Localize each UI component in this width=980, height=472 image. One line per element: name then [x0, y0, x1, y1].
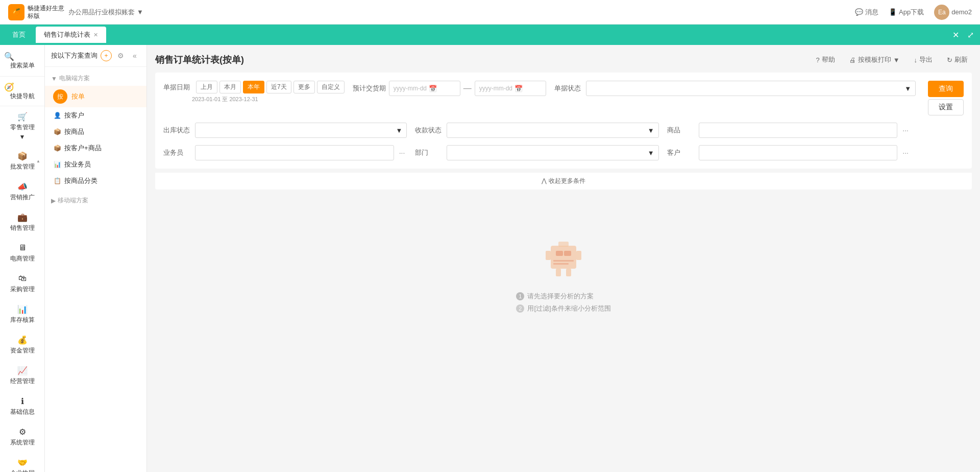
tab-home[interactable]: 首页	[4, 27, 34, 43]
tree-item-by-customer[interactable]: 👤 按客户	[45, 107, 146, 124]
collapse-bar[interactable]: ⋀ 收起更多条件	[155, 173, 972, 190]
collapse-panel-btn[interactable]: «	[129, 50, 140, 61]
goods-icon: 📦	[53, 128, 61, 136]
tree-group-mobile-label: 移动端方案	[58, 196, 88, 205]
print-btn[interactable]: 🖨 按模板打印 ▼	[845, 53, 904, 66]
goods-dots[interactable]: ···	[900, 126, 911, 134]
sidebar-item-inventory[interactable]: 📊 库存核算	[0, 299, 44, 329]
receipt-status-dropdown-icon: ▼	[648, 127, 654, 134]
ecommerce-icon: 🖥	[17, 243, 28, 253]
user-area[interactable]: Ea demo2	[934, 5, 972, 20]
left-panel-title: 按以下方案查询	[51, 51, 97, 60]
date-btn-this-month[interactable]: 本月	[219, 81, 241, 93]
sidebar-item-finance[interactable]: 💰 资金管理	[0, 329, 44, 360]
app-title-area[interactable]: 办公用品行业模拟账套 ▼	[68, 8, 143, 17]
purchase-icon: 🛍	[17, 273, 28, 284]
sidebar-item-sales[interactable]: 💼 销售管理	[0, 207, 44, 238]
sidebar: 🔍 搜索菜单 🧭 快捷导航 🛒 零售管理 📦 批发管理 📣 营销推广 💼 销售管…	[0, 45, 45, 472]
tree-group-pc: ▼ 电脑端方案	[45, 71, 146, 86]
goods-input[interactable]	[699, 123, 898, 138]
tab-close-window-icon[interactable]: ✕	[950, 28, 961, 42]
inventory-icon: 📊	[17, 304, 28, 314]
sidebar-item-ecommerce[interactable]: 🖥 电商管理	[0, 238, 44, 268]
date-btn-7days[interactable]: 近7天	[266, 81, 291, 93]
app-download-btn[interactable]: 📱 App下载	[889, 8, 924, 17]
tree-item-by-salesman[interactable]: 📊 按业务员	[45, 156, 146, 173]
header-left: 🍊 畅捷通好生意 标版 办公用品行业模拟账套 ▼	[8, 4, 143, 20]
sidebar-item-purchase[interactable]: 🛍 采购管理	[0, 268, 44, 299]
tree-item-by-category-label: 按商品分类	[64, 176, 97, 185]
dept-dropdown-icon: ▼	[648, 149, 654, 157]
goods-label: 商品	[667, 126, 696, 135]
salesman-input[interactable]	[195, 145, 394, 160]
receipt-status-select[interactable]: ▼	[447, 123, 658, 138]
date-btn-this-year[interactable]: 本年	[243, 81, 264, 93]
logo-icon: 🍊	[8, 4, 24, 20]
svg-rect-6	[576, 251, 581, 260]
customer-goods-icon: 📦	[53, 144, 61, 152]
marketing-icon: 📣	[17, 181, 28, 192]
query-buttons: 查询 设置	[928, 81, 964, 115]
dept-select[interactable]: ▼	[447, 145, 658, 160]
date-label: 单据日期	[163, 83, 192, 92]
collapse-icon: «	[133, 52, 137, 60]
message-btn[interactable]: 💬 消息	[855, 8, 878, 17]
sidebar-item-wholesale[interactable]: 📦 批发管理	[0, 146, 44, 176]
query-btn[interactable]: 查询	[928, 81, 964, 97]
date-buttons-group: 上月 本月 本年 近7天 更多 自定义	[196, 81, 345, 93]
sidebar-item-retail[interactable]: 🛒 零售管理	[0, 106, 44, 146]
svg-rect-2	[564, 251, 571, 256]
receipt-status-label: 收款状态	[415, 126, 444, 135]
avatar: Ea	[934, 5, 949, 20]
page-actions: ? 帮助 🖨 按模板打印 ▼ ↓ 导出 ↻ 刷新	[812, 53, 972, 66]
add-scheme-btn[interactable]: +	[101, 50, 112, 61]
refresh-icon: ↻	[947, 56, 952, 64]
calendar-from-icon: 📅	[429, 85, 437, 92]
sales-icon: 💼	[17, 212, 28, 222]
settings-scheme-btn[interactable]: ⚙	[115, 50, 126, 61]
date-btn-custom[interactable]: 自定义	[317, 81, 345, 93]
customer-input[interactable]	[699, 145, 898, 160]
tab-expand-icon[interactable]: ⤢	[965, 28, 976, 42]
tab-sales-order[interactable]: 销售订单统计表 ✕	[36, 27, 106, 43]
expected-date-from[interactable]: yyyy-mm-dd 📅	[389, 81, 460, 96]
refresh-btn[interactable]: ↻ 刷新	[943, 53, 972, 66]
status-dropdown-icon: ▼	[904, 85, 911, 92]
tree-item-by-category[interactable]: 📋 按商品分类	[45, 173, 146, 189]
status-select[interactable]: ▼	[586, 81, 916, 96]
dropdown-icon[interactable]: ▼	[137, 8, 143, 16]
content-area: 按以下方案查询 + ⚙ « ▼ 电脑端方案	[45, 45, 980, 472]
sidebar-item-marketing[interactable]: 📣 营销推广	[0, 176, 44, 207]
sidebar-item-operation[interactable]: 📈 经营管理	[0, 360, 44, 391]
tab-close-icon[interactable]: ✕	[93, 32, 98, 38]
collapse-bar-text: ⋀ 收起更多条件	[542, 177, 585, 184]
sidebar-item-basic[interactable]: ℹ 基础信息	[0, 391, 44, 421]
expected-date-to[interactable]: yyyy-mm-dd 📅	[475, 81, 546, 96]
date-btn-last-month[interactable]: 上月	[196, 81, 217, 93]
main-panel: 销售订单统计表(按单) ? 帮助 🖨 按模板打印 ▼ ↓ 导出	[147, 45, 980, 472]
sidebar-item-search[interactable]: 🔍 搜索菜单	[0, 45, 44, 77]
tree-item-by-goods[interactable]: 📦 按商品	[45, 124, 146, 140]
tree-item-by-customer-goods[interactable]: 📦 按客户+商品	[45, 140, 146, 156]
export-btn[interactable]: ↓ 导出	[910, 53, 937, 66]
status-label: 单据状态	[554, 84, 583, 93]
export-icon: ↓	[914, 56, 918, 64]
date-btn-more[interactable]: 更多	[293, 81, 315, 93]
tree-item-by-order[interactable]: 按 按单	[45, 86, 146, 107]
customer-dots[interactable]: ···	[900, 149, 911, 157]
retail-icon: 🛒	[17, 111, 28, 122]
ship-status-select[interactable]: ▼	[195, 123, 407, 138]
finance-icon: 💰	[17, 335, 28, 345]
help-btn[interactable]: ? 帮助	[812, 53, 839, 66]
svg-rect-7	[558, 242, 569, 247]
salesman-dots[interactable]: ···	[397, 149, 407, 157]
ship-status-dropdown-icon: ▼	[396, 127, 402, 134]
tab-bar: 首页 销售订单统计表 ✕ ✕ ⤢	[0, 25, 980, 45]
print-dropdown-icon: ▼	[893, 56, 900, 64]
sidebar-item-system[interactable]: ⚙ 系统管理	[0, 421, 44, 452]
sidebar-item-enterprise[interactable]: 🤝 企业协同	[0, 452, 44, 472]
settings-btn[interactable]: 设置	[928, 99, 964, 115]
ship-status-label: 出库状态	[163, 126, 192, 135]
sidebar-item-quick-nav[interactable]: 🧭 快捷导航	[0, 77, 44, 106]
salesman-icon: 📊	[53, 160, 61, 169]
